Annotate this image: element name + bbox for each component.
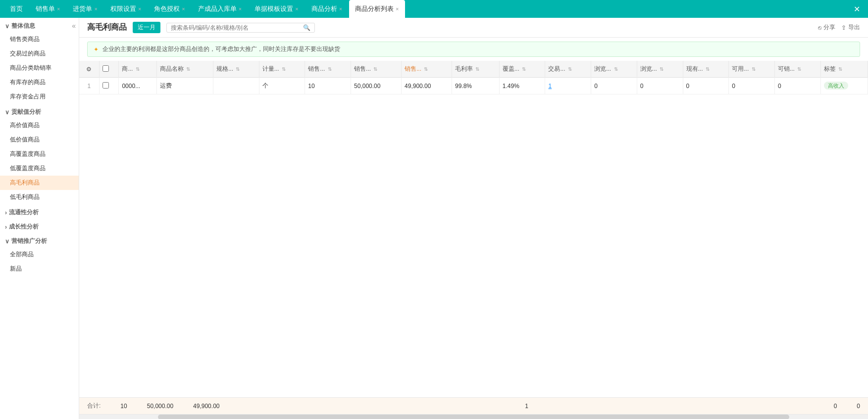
close-icon[interactable]: × — [182, 6, 185, 12]
sidebar: « ∨ 整体信息 销售类商品 交易过的商品 商品分类助销率 有库存的商品 库存资… — [0, 18, 79, 419]
export-button[interactable]: ⇪ 导出 — [841, 23, 860, 32]
header-actions: ⎋ 分享 ⇪ 导出 — [818, 23, 860, 32]
th-browse2[interactable]: 浏览... ⇅ — [637, 61, 683, 78]
sidebar-item-high-coverage[interactable]: 高覆盖度商品 — [0, 147, 79, 161]
info-banner: ✦ 企业的主要的利润都是这部分商品创造的，可考虑加大推广，同时关注库存是不要出现… — [87, 42, 860, 57]
share-button[interactable]: ⎋ 分享 — [818, 23, 835, 32]
content-area: 高毛利商品 近一月 🔍 ⎋ 分享 ⇪ 导出 ✦ 企业的主要的利润都是这部分商品创… — [79, 18, 868, 419]
window-close-button[interactable]: ✕ — [850, 2, 864, 16]
nav-role[interactable]: 角色授权 × — [148, 0, 191, 18]
select-all-checkbox[interactable] — [102, 65, 109, 72]
sidebar-group-overall[interactable]: ∨ 整体信息 — [0, 18, 79, 32]
nav-product-analysis-list[interactable]: 商品分析列表 × — [349, 0, 405, 18]
footer-current-stock: 0 — [834, 403, 837, 410]
sidebar-item-category-rate[interactable]: 商品分类助销率 — [0, 61, 79, 75]
chevron-right-icon: › — [5, 209, 7, 216]
transaction-link[interactable]: 1 — [548, 83, 552, 90]
chevron-down-icon: ∨ — [5, 109, 9, 116]
search-bar[interactable]: 🔍 — [166, 23, 315, 33]
th-unit[interactable]: 计量... ⇅ — [259, 61, 305, 78]
sidebar-item-all-goods[interactable]: 全部商品 — [0, 247, 79, 262]
th-browse1[interactable]: 浏览... ⇅ — [591, 61, 637, 78]
sidebar-item-sales-goods[interactable]: 销售类商品 — [0, 32, 79, 47]
content-header: 高毛利商品 近一月 🔍 ⎋ 分享 ⇪ 导出 — [79, 18, 868, 38]
sidebar-item-low-value[interactable]: 低价值商品 — [0, 133, 79, 147]
close-icon[interactable]: × — [396, 6, 399, 12]
table-footer: 合计: 10 50,000.00 49,900.00 1 0 0 — [79, 397, 868, 414]
th-current-stock[interactable]: 现有... ⇅ — [683, 61, 729, 78]
close-icon[interactable]: × — [339, 6, 342, 12]
table-header-row: ⚙ 商... ⇅ 商品名称 ⇅ 规格... ⇅ 计量... ⇅ 销售... ⇅ … — [79, 61, 868, 78]
export-icon: ⇪ — [841, 24, 846, 31]
th-checkbox — [99, 61, 119, 78]
th-name[interactable]: 商品名称 ⇅ — [156, 61, 213, 78]
sidebar-item-new-goods[interactable]: 新品 — [0, 262, 79, 276]
td-sales-amount: 50,000.00 — [351, 78, 402, 94]
sidebar-group-contribution[interactable]: ∨ 贡献值分析 — [0, 104, 79, 118]
td-current-stock: 0 — [683, 78, 729, 94]
chevron-right-icon: › — [5, 224, 7, 231]
top-navigation: 首页 销售单 × 进货单 × 权限设置 × 角色授权 × 产成品入库单 × 单据… — [0, 0, 868, 18]
th-sales-qty[interactable]: 销售... ⇅ — [305, 61, 351, 78]
search-input[interactable] — [171, 24, 300, 31]
horizontal-scrollbar[interactable] — [79, 414, 868, 419]
chevron-down-icon: ∨ — [5, 23, 9, 30]
sidebar-group-liquidity[interactable]: › 流通性分析 — [0, 204, 79, 219]
th-sellable[interactable]: 可销... ⇅ — [774, 61, 820, 78]
th-sales-amount[interactable]: 销售... ⇅ — [351, 61, 402, 78]
td-num: 1 — [79, 78, 99, 94]
sidebar-group-marketing[interactable]: ∨ 营销推广分析 — [0, 233, 79, 247]
sidebar-group-growth[interactable]: › 成长性分析 — [0, 219, 79, 233]
nav-purchase[interactable]: 进货单 × — [67, 0, 103, 18]
sidebar-item-stock-capital[interactable]: 库存资金占用 — [0, 90, 79, 104]
close-icon[interactable]: × — [57, 6, 60, 12]
close-icon[interactable]: × — [138, 6, 141, 12]
sidebar-item-low-margin[interactable]: 低毛利商品 — [0, 190, 79, 204]
td-name: 运费 — [156, 78, 213, 94]
sidebar-item-high-value[interactable]: 高价值商品 — [0, 118, 79, 133]
footer-label: 合计: — [87, 402, 101, 410]
nav-home[interactable]: 首页 — [4, 0, 29, 18]
th-settings[interactable]: ⚙ — [79, 61, 99, 78]
th-coverage[interactable]: 覆盖... ⇅ — [499, 61, 545, 78]
th-available-stock[interactable]: 可用... ⇅ — [729, 61, 775, 78]
main-layout: « ∨ 整体信息 销售类商品 交易过的商品 商品分类助销率 有库存的商品 库存资… — [0, 18, 868, 419]
sidebar-item-low-coverage[interactable]: 低覆盖度商品 — [0, 161, 79, 176]
td-transaction: 1 — [545, 78, 591, 94]
close-icon[interactable]: × — [295, 6, 298, 12]
sidebar-item-traded-goods[interactable]: 交易过的商品 — [0, 47, 79, 61]
th-spec[interactable]: 规格... ⇅ — [213, 61, 259, 78]
nav-product-entry[interactable]: 产成品入库单 × — [192, 0, 248, 18]
nav-permission[interactable]: 权限设置 × — [104, 0, 147, 18]
th-sales-cost[interactable]: 销售... ⇅ — [402, 61, 452, 78]
table-container: ⚙ 商... ⇅ 商品名称 ⇅ 规格... ⇅ 计量... ⇅ 销售... ⇅ … — [79, 61, 868, 397]
footer-available-stock: 0 — [857, 403, 860, 410]
td-browse2: 0 — [637, 78, 683, 94]
th-transaction[interactable]: 交易... ⇅ — [545, 61, 591, 78]
sidebar-collapse-button[interactable]: « — [72, 22, 76, 30]
td-available-stock: 0 — [729, 78, 775, 94]
nav-template[interactable]: 单据模板设置 × — [249, 0, 304, 18]
th-tag[interactable]: 标签 ⇅ — [820, 61, 868, 78]
td-tag: 高收入 — [820, 78, 868, 94]
info-text: 企业的主要的利润都是这部分商品创造的，可考虑加大推广，同时关注库存是不要出现缺货 — [102, 45, 340, 53]
th-gross-margin[interactable]: 毛利率 ⇅ — [452, 61, 500, 78]
nav-product-analysis[interactable]: 商品分析 × — [306, 0, 348, 18]
nav-sales[interactable]: 销售单 × — [30, 0, 66, 18]
data-table: ⚙ 商... ⇅ 商品名称 ⇅ 规格... ⇅ 计量... ⇅ 销售... ⇅ … — [79, 61, 868, 94]
share-icon: ⎋ — [818, 24, 821, 31]
close-icon[interactable]: × — [239, 6, 242, 12]
chevron-down-icon: ∨ — [5, 238, 9, 245]
tag-badge: 高收入 — [824, 82, 848, 90]
footer-sales-qty: 10 — [120, 403, 127, 410]
td-gross-margin: 99.8% — [452, 78, 500, 94]
sidebar-item-high-margin[interactable]: 高毛利商品 — [0, 176, 79, 190]
footer-transaction: 1 — [525, 403, 528, 410]
th-code[interactable]: 商... ⇅ — [119, 61, 156, 78]
filter-button[interactable]: 近一月 — [133, 22, 160, 33]
close-icon[interactable]: × — [94, 6, 97, 12]
search-icon[interactable]: 🔍 — [303, 24, 310, 31]
td-checkbox[interactable] — [99, 78, 119, 94]
sidebar-item-stock-goods[interactable]: 有库存的商品 — [0, 75, 79, 90]
td-unit: 个 — [259, 78, 305, 94]
